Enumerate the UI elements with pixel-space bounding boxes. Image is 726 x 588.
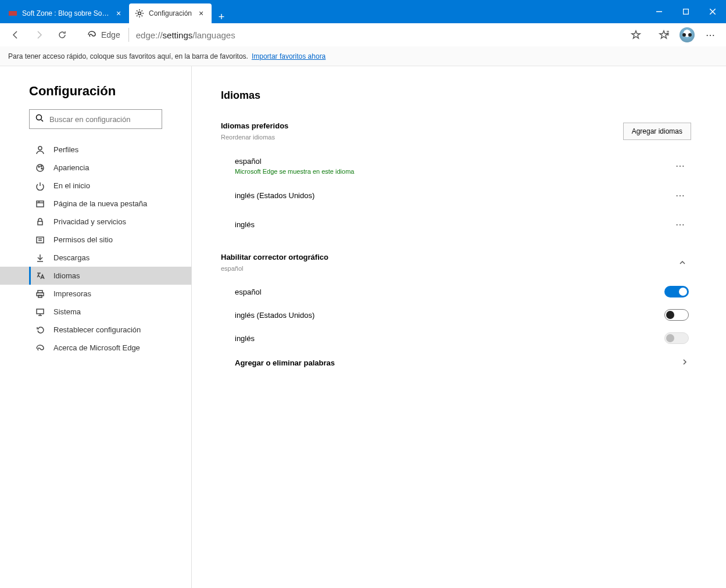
identity-label: Edge [101, 30, 120, 40]
language-item[interactable]: inglés (Estados Unidos) ⋯ [221, 181, 691, 210]
toggle-switch[interactable] [664, 309, 689, 321]
svg-point-11 [38, 146, 42, 150]
download-icon [35, 253, 45, 263]
gear-icon [135, 9, 144, 18]
back-button[interactable] [5, 24, 27, 46]
language-note: Microsoft Edge se muestra en este idioma [235, 168, 354, 175]
tab-title: Soft Zone : Blog sobre Software [22, 9, 109, 17]
favbar-text: Para tener acceso rápido, coloque sus fa… [8, 52, 248, 60]
spellcheck-lang-row: inglés (Estados Unidos) [221, 303, 691, 327]
svg-point-13 [38, 166, 40, 167]
nav-privacy[interactable]: Privacidad y servicios [0, 213, 191, 231]
more-icon[interactable]: ⋯ [671, 157, 689, 175]
newtab-icon [35, 199, 45, 209]
page-heading: Idiomas [221, 89, 691, 102]
maximize-button[interactable] [673, 0, 699, 23]
titlebar: Soft Zone : Blog sobre Software × Config… [0, 0, 726, 23]
search-input[interactable] [49, 115, 156, 124]
settings-sidebar: Configuración Perfiles Apariencia En el … [0, 66, 192, 588]
profile-avatar[interactable] [676, 24, 698, 46]
site-identity[interactable]: Edge [79, 28, 129, 42]
close-window-button[interactable] [699, 0, 726, 23]
nav-permissions[interactable]: Permisos del sitio [0, 231, 191, 249]
url-text: edge://settings/languages [129, 30, 242, 40]
printer-icon [35, 289, 45, 299]
edge-icon [87, 30, 96, 41]
languages-icon [35, 271, 45, 281]
nav-downloads[interactable]: Descargas [0, 249, 191, 267]
svg-rect-0 [9, 11, 17, 16]
permissions-icon [35, 235, 45, 245]
close-icon[interactable]: × [114, 9, 123, 18]
spellcheck-subtitle: español [221, 265, 328, 272]
svg-point-15 [41, 168, 42, 169]
favorites-button[interactable] [653, 24, 675, 46]
nav-appearance[interactable]: Apariencia [0, 159, 191, 177]
toggle-switch[interactable] [664, 286, 689, 297]
close-icon[interactable]: × [196, 9, 206, 18]
forward-button[interactable] [28, 24, 50, 46]
svg-line-10 [41, 120, 43, 121]
lock-icon [35, 217, 45, 227]
spellcheck-lang-row: inglés [221, 327, 691, 350]
more-icon[interactable]: ⋯ [671, 187, 689, 204]
tab-softzone[interactable]: Soft Zone : Blog sobre Software × [2, 3, 129, 23]
nav-about[interactable]: Acerca de Microsoft Edge [0, 339, 191, 357]
settings-main: Idiomas Idiomas preferidos Reordenar idi… [192, 66, 726, 588]
language-name: inglés [235, 220, 255, 229]
nav-languages[interactable]: Idiomas [0, 267, 191, 285]
import-favorites-link[interactable]: Importar favoritos ahora [252, 52, 326, 60]
svg-point-14 [41, 166, 42, 167]
toolbar: Edge edge://settings/languages ⋯ [0, 23, 726, 46]
system-icon [35, 307, 45, 317]
user-icon [35, 145, 45, 155]
settings-nav: Perfiles Apariencia En el inicio Página … [0, 137, 191, 357]
menu-button[interactable]: ⋯ [699, 24, 721, 46]
nav-startup[interactable]: En el inicio [0, 177, 191, 195]
nav-printers[interactable]: Impresoras [0, 285, 191, 303]
preferred-languages-section: Idiomas preferidos Reordenar idiomas Agr… [221, 121, 691, 239]
spellcheck-lang-row: español [221, 280, 691, 303]
chevron-right-icon [681, 358, 689, 368]
nav-profiles[interactable]: Perfiles [0, 141, 191, 159]
svg-rect-26 [38, 295, 42, 297]
favorites-bar: Para tener acceso rápido, coloque sus fa… [0, 46, 726, 66]
svg-rect-16 [37, 201, 44, 207]
svg-point-9 [37, 115, 42, 120]
preferred-subtitle: Reordenar idiomas [221, 134, 288, 141]
nav-newtab[interactable]: Página de la nueva pestaña [0, 195, 191, 213]
search-settings[interactable] [29, 109, 162, 129]
settings-content: Configuración Perfiles Apariencia En el … [0, 66, 726, 588]
language-item[interactable]: español Microsoft Edge se muestra en est… [221, 151, 691, 181]
add-remove-words-link[interactable]: Agregar o eliminar palabras [221, 350, 691, 376]
more-icon[interactable]: ⋯ [671, 216, 689, 233]
refresh-button[interactable] [51, 24, 73, 46]
svg-rect-3 [684, 9, 689, 15]
minimize-button[interactable] [646, 0, 673, 23]
spellcheck-lang-name: español [235, 288, 262, 296]
spellcheck-lang-name: inglés (Estados Unidos) [235, 311, 314, 320]
chevron-up-icon[interactable] [674, 254, 691, 271]
power-icon [35, 181, 45, 191]
address-bar[interactable]: Edge edge://settings/languages [79, 26, 647, 44]
spellcheck-lang-name: inglés [235, 334, 255, 343]
reset-icon [35, 325, 45, 335]
favorite-star-icon[interactable] [625, 24, 647, 46]
spellcheck-section: Habilitar corrector ortográfico español … [221, 253, 691, 376]
tab-settings[interactable]: Configuración × [129, 3, 212, 23]
spellcheck-title: Habilitar corrector ortográfico [221, 253, 328, 261]
sidebar-title: Configuración [0, 84, 191, 109]
add-languages-button[interactable]: Agregar idiomas [623, 123, 691, 140]
nav-reset[interactable]: Restablecer configuración [0, 321, 191, 339]
new-tab-button[interactable]: + [212, 11, 231, 23]
tab-title: Configuración [149, 9, 192, 17]
nav-system[interactable]: Sistema [0, 303, 191, 321]
toggle-switch [664, 332, 689, 344]
language-item[interactable]: inglés ⋯ [221, 210, 691, 239]
svg-rect-27 [37, 309, 44, 314]
preferred-title: Idiomas preferidos [221, 121, 288, 130]
search-icon [35, 114, 44, 124]
language-name: inglés (Estados Unidos) [235, 191, 314, 200]
svg-rect-20 [37, 237, 44, 243]
favicon-icon [8, 9, 17, 18]
